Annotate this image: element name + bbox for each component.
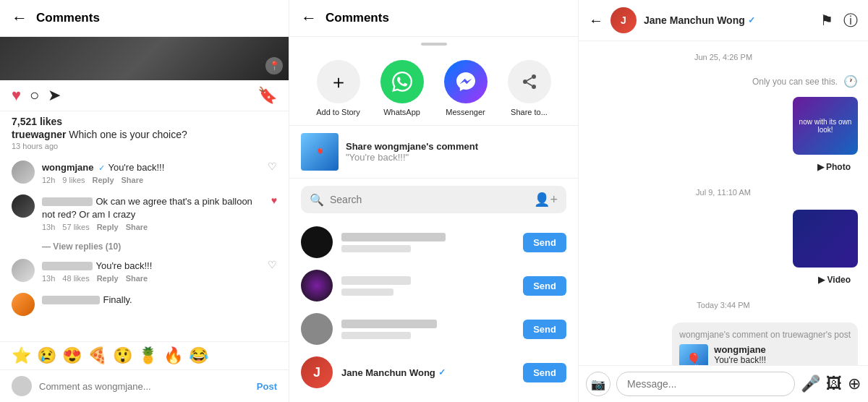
comment-like-icon[interactable]: ♡ [268, 259, 277, 270]
photo-thumbnail[interactable]: now with its own look! [793, 97, 858, 155]
comment-time: 13h [42, 274, 55, 283]
emoji-fire[interactable]: 🔥 [163, 346, 183, 365]
comment-like-icon[interactable]: ♡ [268, 161, 277, 172]
left-panel-title: Comments [36, 11, 100, 25]
emoji-cry[interactable]: 😢 [37, 346, 56, 365]
send-button[interactable]: Send [523, 320, 566, 339]
avatar[interactable] [12, 161, 35, 184]
drag-indicator [421, 43, 447, 46]
emoji-star[interactable]: ⭐ [12, 346, 31, 365]
back-icon-right[interactable]: ← [589, 12, 603, 29]
back-icon-left[interactable]: ← [12, 9, 27, 27]
send-button[interactable]: Send [523, 276, 566, 296]
comment-content: Finally. [42, 293, 277, 306]
private-note: Only you can see this. 🕐 [752, 74, 858, 88]
reply-link[interactable]: Reply [97, 223, 119, 231]
redacted-username [42, 262, 93, 270]
dm-messages: Jun 25, 4:26 PM Only you can see this. 🕐… [579, 41, 868, 365]
comments-list: wongmjane ✓ You're back!!! 12h 9 likes R… [0, 155, 289, 341]
svg-point-0 [532, 74, 536, 79]
contact-info: Jane Manchun Wong ✓ [341, 367, 514, 378]
share-add-to-story[interactable]: ＋ Add to Story [310, 60, 367, 116]
comment-content: wongmjane ✓ You're back!!! 12h 9 likes R… [42, 161, 260, 184]
video-message: ▶ Video [793, 210, 858, 288]
add-to-story-icon: ＋ [317, 60, 360, 103]
emoji-wow[interactable]: 😲 [113, 346, 132, 365]
avatar[interactable] [12, 293, 35, 316]
dm-user-info: Jane Manchun Wong ✓ [644, 14, 813, 26]
comment-item: wongmjane ✓ You're back!!! 12h 9 likes R… [12, 161, 277, 184]
video-thumbnail[interactable] [793, 210, 858, 268]
contact-subtext-redacted [341, 288, 393, 296]
comment-icon[interactable]: ○ [30, 86, 39, 105]
reply-link[interactable]: Reply [93, 176, 114, 184]
contact-avatar [301, 226, 333, 258]
like-icon[interactable]: ♥ [12, 86, 21, 105]
shared-comment-text: wongmjane You're back!!! [714, 344, 766, 365]
shared-comment-body: 🎈 wongmjane You're back!!! [679, 344, 851, 365]
comment-input[interactable] [39, 381, 250, 392]
middle-header: ← Comments [289, 0, 578, 37]
reply-link[interactable]: Reply [97, 274, 119, 283]
emoji-pizza[interactable]: 🍕 [88, 346, 107, 365]
share-icon[interactable]: ➤ [48, 86, 61, 105]
share-link[interactable]: Share [126, 223, 148, 231]
post-image-strip: 📍 [0, 37, 289, 80]
comment-text: Finally. [103, 294, 132, 305]
share-more[interactable]: Share to... [501, 60, 558, 116]
likes-count: 7,521 likes [12, 116, 277, 127]
view-replies[interactable]: View replies (10) [42, 241, 277, 252]
back-icon-middle[interactable]: ← [301, 9, 317, 27]
emoji-love[interactable]: 😍 [62, 346, 82, 365]
send-button[interactable]: Send [523, 233, 566, 252]
caption-username[interactable]: truewagner [12, 129, 66, 140]
dm-header: ← J Jane Manchun Wong ✓ ⚑ ⓘ [579, 0, 868, 41]
person-add-icon[interactable]: 👤+ [534, 192, 558, 208]
gallery-button[interactable]: 🖼 [826, 375, 842, 393]
shared-comment-card: wongmjane's comment on truewagner's post… [672, 322, 858, 365]
share-whatsapp[interactable]: WhatsApp [373, 60, 431, 116]
dm-username[interactable]: Jane Manchun Wong ✓ [644, 14, 813, 26]
contact-avatar [301, 313, 333, 345]
dm-user-avatar: J [610, 7, 637, 33]
comment-text: You're back!!! [95, 260, 152, 271]
mic-button[interactable]: 🎤 [801, 375, 820, 393]
flag-icon[interactable]: ⚑ [820, 12, 833, 29]
preview-text: Share wongmjane's comment "You're back!!… [346, 141, 478, 163]
contact-item-jane: J Jane Manchun Wong ✓ Send [289, 351, 578, 394]
messenger-icon [444, 60, 488, 103]
contact-name-redacted [341, 233, 446, 241]
video-play-button[interactable]: ▶ Video [811, 272, 858, 288]
avatar[interactable] [12, 194, 35, 218]
contact-subtext-redacted [341, 245, 411, 252]
emoji-laugh[interactable]: 😂 [189, 346, 208, 365]
comment-like-icon[interactable]: ♥ [271, 194, 277, 206]
emoji-pineapple[interactable]: 🍍 [138, 346, 158, 365]
svg-point-1 [523, 80, 527, 84]
plus-button[interactable]: ⊕ [848, 375, 861, 393]
share-link[interactable]: Share [122, 176, 144, 184]
dm-header-actions: ⚑ ⓘ [820, 11, 858, 30]
comment-meta: 13h 48 likes Reply Share [42, 274, 260, 283]
photo-play-button[interactable]: ▶ Photo [810, 159, 858, 175]
dm-input-bar: 📷 🎤 🖼 ⊕ [579, 365, 868, 402]
contact-subtext-redacted [341, 332, 411, 339]
whatsapp-icon [380, 60, 424, 103]
share-messenger[interactable]: Messenger [437, 60, 495, 116]
preview-quote: "You're back!!!" [346, 152, 478, 163]
avatar[interactable] [12, 259, 35, 282]
send-button[interactable]: Send [523, 363, 566, 382]
message-input[interactable] [616, 372, 795, 396]
search-input[interactable] [330, 194, 528, 205]
shared-comment-image: 🎈 [679, 344, 708, 365]
comment-meta: 13h 57 likes Reply Share [42, 223, 264, 231]
comment-likes-count: 48 likes [62, 274, 89, 283]
contact-name-redacted [341, 320, 437, 328]
comment-username[interactable]: wongmjane [42, 162, 94, 173]
share-link[interactable]: Share [126, 274, 148, 283]
bookmark-icon[interactable]: 🔖 [258, 86, 277, 105]
post-button[interactable]: Post [257, 381, 277, 392]
info-icon[interactable]: ⓘ [843, 11, 858, 30]
camera-button[interactable]: 📷 [586, 372, 610, 396]
contact-info [341, 276, 514, 296]
